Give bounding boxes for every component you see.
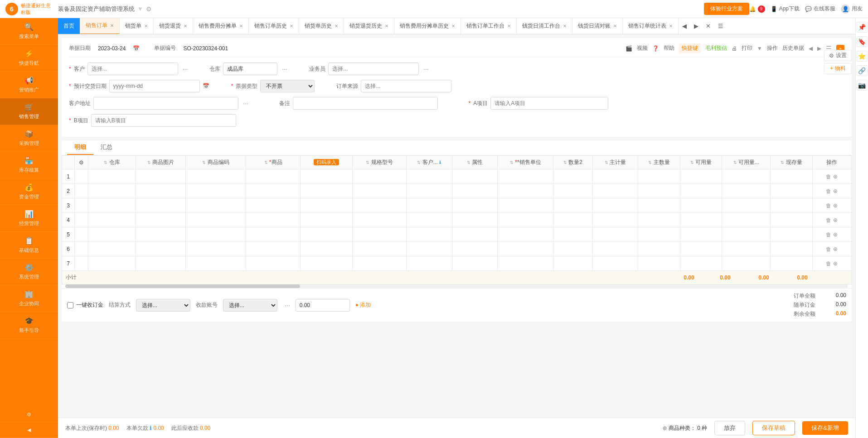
order-source-input[interactable] [361, 80, 451, 92]
tab-order-workbench[interactable]: 销售订单工作台 ✕ [461, 18, 517, 34]
save-draft-button[interactable]: 保存草稿 [752, 421, 795, 435]
one-click-checkbox[interactable] [67, 302, 73, 308]
tab-summary[interactable]: 汇总 [93, 140, 120, 155]
account-select[interactable]: 选择... [223, 299, 277, 312]
notification-bell[interactable]: 🔔 9 [749, 5, 765, 13]
tab-close-sales-summary[interactable]: ✕ [669, 24, 673, 29]
actions-label[interactable]: 操作 [767, 44, 778, 52]
row3-copy-btn[interactable]: ⊕ [833, 202, 838, 209]
tab-close-return-history[interactable]: ✕ [335, 24, 338, 29]
rt-pin-icon[interactable]: 📌 [857, 22, 868, 33]
rt-star-icon[interactable]: ⭐ [857, 51, 868, 62]
row4-copy-btn[interactable]: ⊕ [833, 217, 838, 223]
tab-return-history[interactable]: 销货单历史 ✕ [299, 18, 344, 34]
customer-more-icon[interactable]: ··· [183, 65, 188, 72]
shortcut-btn[interactable]: 快捷键 [679, 43, 701, 53]
tab-close-goods-return[interactable]: ✕ [184, 24, 187, 29]
add-material-button[interactable]: + 物料 [824, 63, 852, 74]
tab-next-button[interactable]: ▶ [690, 18, 702, 34]
tab-order-history[interactable]: 销售订单历史 ✕ [249, 18, 299, 34]
tab-sales-order[interactable]: 销售订单 ✕ [80, 18, 120, 34]
row7-copy-btn[interactable]: ⊕ [833, 260, 838, 267]
tab-cash-reconcile[interactable]: 钱货日清对账 ✕ [572, 18, 623, 34]
tab-home[interactable]: 首页 [58, 18, 80, 34]
sidebar-item-operations[interactable]: 📊 经营管理 [0, 205, 58, 232]
sidebar-item-purchase[interactable]: 📦 采购管理 [0, 125, 58, 152]
row7-delete-btn[interactable]: 🗑 [826, 260, 831, 267]
online-service-button[interactable]: 💬 在线客服 [805, 5, 835, 13]
discard-button[interactable]: 放弃 [714, 421, 745, 435]
tab-sales-goods-return[interactable]: 销货退货 ✕ [154, 18, 193, 34]
row1-code[interactable] [198, 173, 234, 180]
a-project-input[interactable] [490, 97, 608, 110]
warehouse-more-icon[interactable]: ··· [282, 65, 287, 72]
tab-close-goods-return-history[interactable]: ✕ [385, 24, 388, 29]
settings-form-button[interactable]: ⚙ 设置 [824, 50, 852, 61]
sidebar-item-inventory[interactable]: 🏪 库存核算 [0, 152, 58, 178]
tab-expense-history[interactable]: 销售费用分摊单历史 ✕ [394, 18, 461, 34]
payment-method-select[interactable]: 选择... [136, 299, 190, 312]
tab-close-order-workbench[interactable]: ✕ [507, 24, 511, 29]
rt-link-icon[interactable]: 🔗 [857, 65, 868, 76]
delivery-date-input[interactable] [109, 80, 200, 92]
tab-goods-return-history[interactable]: 销货退货历史 ✕ [344, 18, 394, 34]
sidebar-item-search[interactable]: 🔍 搜索菜单 [0, 18, 58, 45]
sidebar-item-basic-info[interactable]: 📋 基础信息 [0, 232, 58, 259]
address-input[interactable] [93, 97, 238, 110]
app-download-button[interactable]: 📱 App下载 [771, 5, 800, 13]
tab-close-expense-history[interactable]: ✕ [451, 24, 455, 29]
tab-expense-split[interactable]: 销售费用分摊单 ✕ [193, 18, 249, 34]
invoice-type-select[interactable]: 不开票 增值税普通发票 增值税专用发票 [260, 80, 315, 92]
row4-delete-btn[interactable]: 🗑 [826, 217, 831, 223]
sidebar-item-quick-nav[interactable]: ⚡ 快捷导航 [0, 45, 58, 72]
sidebar-item-enterprise[interactable]: 🏢 企业协同 [0, 285, 58, 312]
prev-record-icon[interactable]: ◀ [809, 45, 813, 52]
sidebar-item-system[interactable]: ⚙️ 系统管理 [0, 259, 58, 285]
rt-camera-icon[interactable]: 📷 [857, 80, 868, 91]
tab-close-cash-reconcile[interactable]: ✕ [613, 24, 617, 29]
solution-button[interactable]: 体验行业方案 [704, 3, 749, 15]
tab-close-sales-return[interactable]: ✕ [144, 24, 148, 29]
row6-copy-btn[interactable]: ⊕ [833, 246, 838, 252]
amount-input[interactable] [296, 299, 350, 312]
row5-copy-btn[interactable]: ⊕ [833, 231, 838, 238]
help-label[interactable]: 帮助 [664, 44, 674, 52]
print-label[interactable]: 打印 [742, 44, 752, 52]
row2-delete-btn[interactable]: 🗑 [826, 188, 831, 194]
customer-input[interactable] [87, 63, 178, 75]
tab-close-order-history[interactable]: ✕ [290, 24, 293, 29]
date-picker-icon[interactable]: 📅 [203, 83, 209, 89]
row3-delete-btn[interactable]: 🗑 [826, 202, 831, 209]
tab-prev-button[interactable]: ◀ [679, 18, 690, 34]
row1-delete-btn[interactable]: 🗑 [826, 173, 831, 180]
row1-spec[interactable] [364, 173, 395, 180]
rt-bookmark-icon[interactable]: 🔖 [857, 36, 868, 47]
sidebar-collapse-button[interactable]: ◀ [0, 423, 58, 438]
tab-detail[interactable]: 明细 [67, 140, 93, 155]
b-project-input[interactable] [91, 114, 236, 127]
calendar-icon[interactable]: 📅 [133, 45, 140, 52]
salesperson-more-icon[interactable]: ··· [423, 65, 429, 72]
table-scrollbar[interactable] [65, 284, 848, 288]
scrollbar-thumb[interactable] [65, 284, 300, 288]
settings-icon[interactable]: ⚙ [146, 5, 152, 13]
row1-product[interactable] [257, 173, 289, 180]
tab-sales-return[interactable]: 销货单 ✕ [120, 18, 154, 34]
tab-close-all-button[interactable]: ✕ [702, 18, 714, 34]
sidebar-item-marketing[interactable]: 📢 营销推广 [0, 72, 58, 98]
account-more-icon[interactable]: ··· [285, 302, 290, 309]
warehouse-input[interactable] [223, 63, 277, 75]
address-more-icon[interactable]: ··· [243, 100, 248, 107]
row1-unit[interactable] [509, 173, 541, 180]
tab-cash-daily[interactable]: 钱货日清工作台 ✕ [517, 18, 572, 34]
tab-close-sales-order[interactable]: ✕ [110, 23, 114, 28]
save-new-button[interactable]: 保存&新增 [802, 421, 848, 435]
row2-copy-btn[interactable]: ⊕ [833, 188, 838, 194]
row1-warehouse[interactable] [98, 173, 126, 180]
next-record-icon[interactable]: ▶ [817, 45, 821, 52]
tab-close-expense-split[interactable]: ✕ [239, 24, 243, 29]
salesperson-input[interactable] [328, 63, 419, 75]
row6-delete-btn[interactable]: 🗑 [826, 246, 831, 252]
sidebar-item-finance[interactable]: 💰 资金管理 [0, 178, 58, 205]
scan-header-btn[interactable]: 扫码录入 [314, 159, 339, 165]
